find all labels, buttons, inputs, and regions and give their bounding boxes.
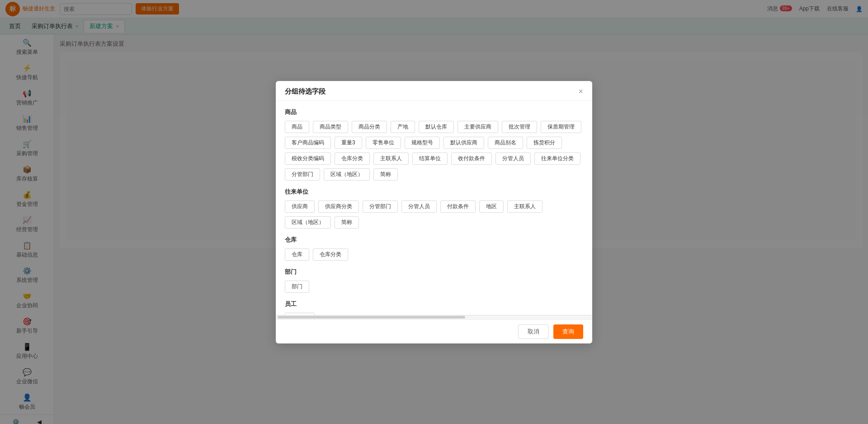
modal-scrollbar-x[interactable] — [276, 315, 592, 319]
field-tag-warehouse-cat[interactable]: 仓库分类 — [313, 248, 348, 261]
field-tag-payment-cond[interactable]: 付款条件 — [440, 200, 476, 213]
section-employee: 员工 业务员 — [285, 300, 583, 315]
field-tag-default-warehouse[interactable]: 默认仓库 — [419, 121, 454, 133]
field-tag-abbr2[interactable]: 简称 — [335, 216, 359, 229]
section-counterpart: 往来单位 供应商 供应商分类 分管部门 分管人员 付款条件 地区 主联系人 区域… — [285, 188, 583, 229]
field-tag-origin[interactable]: 产地 — [391, 121, 415, 133]
section-product: 商品 商品 商品类型 商品分类 产地 默认仓库 主要供应商 批次管理 保质期管理… — [285, 108, 583, 181]
section-product-fields: 商品 商品类型 商品分类 产地 默认仓库 主要供应商 批次管理 保质期管理 客户… — [285, 121, 583, 181]
modal-header: 分组待选字段 × — [276, 81, 592, 101]
field-tag-warehouse[interactable]: 仓库 — [285, 248, 309, 261]
field-tag-tax-code[interactable]: 税收分类编码 — [285, 152, 331, 165]
section-dept-fields: 部门 — [285, 281, 583, 293]
modal-title: 分组待选字段 — [285, 87, 326, 96]
field-tag-product-alias[interactable]: 商品别名 — [488, 137, 523, 149]
section-warehouse-title: 仓库 — [285, 236, 583, 244]
field-tag-product-category[interactable]: 商品分类 — [352, 121, 387, 133]
field-tag-supplier-category[interactable]: 供应商分类 — [318, 200, 359, 213]
field-tag-supplier[interactable]: 供应商 — [285, 200, 315, 213]
field-tag-retail-unit[interactable]: 零售单位 — [366, 137, 401, 149]
cancel-button[interactable]: 取消 — [518, 324, 549, 339]
section-employee-title: 员工 — [285, 300, 583, 308]
field-selection-modal: 分组待选字段 × 商品 商品 商品类型 商品分类 产地 默认仓库 主要供应商 批… — [276, 81, 592, 343]
modal-body: 商品 商品 商品类型 商品分类 产地 默认仓库 主要供应商 批次管理 保质期管理… — [276, 101, 592, 315]
scrollbar-thumb — [278, 316, 465, 319]
field-tag-counterpart-category[interactable]: 往来单位分类 — [534, 152, 580, 165]
field-tag-dept-manage2[interactable]: 分管部门 — [363, 200, 398, 213]
field-tag-supervisor[interactable]: 分管人员 — [495, 152, 531, 165]
field-tag-area[interactable]: 地区 — [479, 200, 504, 213]
section-counterpart-title: 往来单位 — [285, 188, 583, 196]
field-tag-pick-points[interactable]: 拣货积分 — [527, 137, 562, 149]
field-tag-product-type[interactable]: 商品类型 — [313, 121, 348, 133]
field-tag-dept-manage[interactable]: 分管部门 — [285, 168, 320, 181]
modal-footer: 取消 查询 — [276, 319, 592, 343]
field-tag-main-supplier[interactable]: 主要供应商 — [458, 121, 498, 133]
section-dept-title: 部门 — [285, 268, 583, 276]
field-tag-dept[interactable]: 部门 — [285, 281, 309, 293]
field-tag-settlement-unit[interactable]: 结算单位 — [412, 152, 448, 165]
field-tag-expiry-manage[interactable]: 保质期管理 — [541, 121, 581, 133]
section-counterpart-fields: 供应商 供应商分类 分管部门 分管人员 付款条件 地区 主联系人 区域（地区） … — [285, 200, 583, 229]
modal-overlay: 分组待选字段 × 商品 商品 商品类型 商品分类 产地 默认仓库 主要供应商 批… — [0, 0, 868, 424]
field-tag-weight3[interactable]: 重量3 — [335, 137, 362, 149]
field-tag-warehouse-category[interactable]: 仓库分类 — [335, 152, 370, 165]
field-tag-default-supplier[interactable]: 默认供应商 — [443, 137, 484, 149]
section-warehouse-fields: 仓库 仓库分类 — [285, 248, 583, 261]
field-tag-supervisor2[interactable]: 分管人员 — [401, 200, 437, 213]
field-tag-batch-manage[interactable]: 批次管理 — [502, 121, 537, 133]
field-tag-region2[interactable]: 区域（地区） — [285, 216, 331, 229]
field-tag-abbr[interactable]: 简称 — [373, 168, 398, 181]
field-tag-product[interactable]: 商品 — [285, 121, 309, 133]
modal-close-btn[interactable]: × — [578, 87, 583, 95]
field-tag-payment-terms[interactable]: 收付款条件 — [451, 152, 492, 165]
field-tag-spec-model[interactable]: 规格型号 — [405, 137, 440, 149]
field-tag-main-contact2[interactable]: 主联系人 — [507, 200, 542, 213]
field-tag-main-contact[interactable]: 主联系人 — [373, 152, 409, 165]
section-warehouse: 仓库 仓库 仓库分类 — [285, 236, 583, 261]
field-tag-region[interactable]: 区域（地区） — [324, 168, 370, 181]
field-tag-customer-code[interactable]: 客户商品编码 — [285, 137, 331, 149]
section-dept: 部门 部门 — [285, 268, 583, 293]
section-product-title: 商品 — [285, 108, 583, 116]
confirm-button[interactable]: 查询 — [553, 324, 583, 339]
